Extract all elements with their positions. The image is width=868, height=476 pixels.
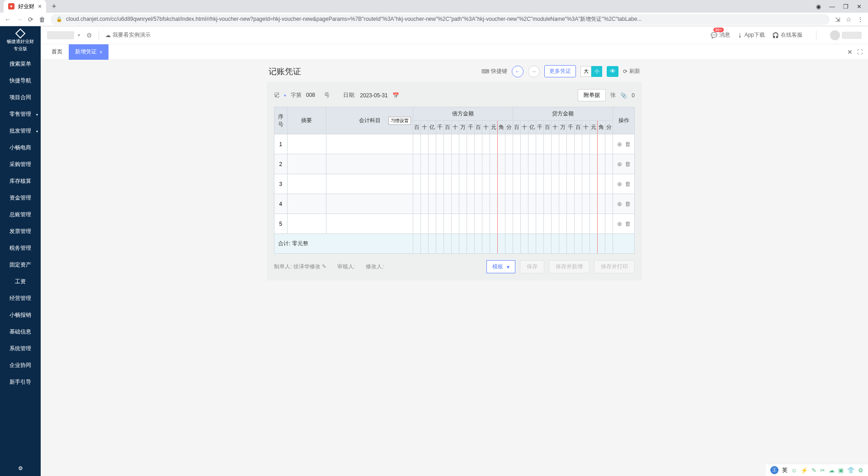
more-vouchers-button[interactable]: 更多凭证	[544, 65, 576, 77]
summary-cell[interactable]	[287, 174, 326, 194]
add-row-icon[interactable]: ⊕	[617, 181, 622, 187]
amount-digit-cell[interactable]	[513, 154, 521, 174]
tab-close-icon[interactable]: ×	[38, 3, 42, 10]
amount-digit-cell[interactable]	[505, 154, 513, 174]
amount-digit-cell[interactable]	[552, 174, 559, 194]
amount-digit-cell[interactable]	[528, 174, 536, 194]
sidebar-item-2[interactable]: 项目合同	[0, 89, 41, 106]
amount-digit-cell[interactable]	[582, 174, 590, 194]
amount-digit-cell[interactable]	[552, 154, 559, 174]
amount-digit-cell[interactable]	[598, 214, 605, 234]
amount-digit-cell[interactable]	[452, 134, 459, 154]
amount-digit-cell[interactable]	[590, 134, 598, 154]
sidebar-item-0[interactable]: 搜索菜单	[0, 56, 41, 72]
ime-person-icon[interactable]: 👕	[847, 467, 854, 474]
amount-digit-cell[interactable]	[475, 134, 482, 154]
shortcut-link[interactable]: ⌨ 快捷键	[481, 67, 507, 75]
amount-digit-cell[interactable]	[567, 134, 575, 154]
amount-digit-cell[interactable]	[482, 214, 490, 234]
amount-digit-cell[interactable]	[475, 174, 482, 194]
amount-digit-cell[interactable]	[421, 174, 429, 194]
user-menu[interactable]	[830, 30, 862, 40]
sidebar-item-13[interactable]: 工资	[0, 273, 41, 290]
amount-digit-cell[interactable]	[475, 154, 482, 174]
menu-icon[interactable]: ⋮	[857, 16, 863, 23]
minimize-icon[interactable]: —	[829, 3, 835, 10]
amount-digit-cell[interactable]	[544, 214, 552, 234]
amount-digit-cell[interactable]	[490, 154, 498, 174]
sidebar-item-17[interactable]: 系统管理	[0, 340, 41, 357]
date-value[interactable]: 2023-05-31	[360, 92, 387, 99]
amount-digit-cell[interactable]	[421, 134, 429, 154]
tab-new-voucher[interactable]: 新增凭证 ×	[69, 44, 108, 60]
size-big-button[interactable]: 大	[580, 66, 591, 77]
amount-digit-cell[interactable]	[521, 194, 528, 214]
ime-lang[interactable]: 英	[782, 466, 788, 474]
template-button[interactable]: 模板 ▾	[486, 260, 515, 273]
amount-digit-cell[interactable]	[429, 134, 436, 154]
amount-digit-cell[interactable]	[436, 194, 444, 214]
amount-digit-cell[interactable]	[467, 194, 475, 214]
sidebar-item-10[interactable]: 发票管理	[0, 223, 41, 240]
amount-digit-cell[interactable]	[552, 194, 559, 214]
amount-digit-cell[interactable]	[475, 194, 482, 214]
amount-digit-cell[interactable]	[452, 174, 459, 194]
paperclip-icon[interactable]: 📎	[620, 92, 627, 99]
prev-voucher-button[interactable]: ←	[512, 66, 524, 77]
sidebar-item-5[interactable]: 小畅电商	[0, 139, 41, 156]
address-field[interactable]: 🔒 cloud.chanjet.com/cc/u6d89qwnryel/57bf…	[51, 14, 830, 25]
amount-digit-cell[interactable]	[444, 134, 452, 154]
amount-digit-cell[interactable]	[436, 214, 444, 234]
amount-digit-cell[interactable]	[590, 214, 598, 234]
amount-digit-cell[interactable]	[536, 154, 544, 174]
amount-digit-cell[interactable]	[544, 174, 552, 194]
amount-digit-cell[interactable]	[536, 194, 544, 214]
save-button[interactable]: 保存	[520, 260, 544, 273]
amount-digit-cell[interactable]	[413, 214, 421, 234]
amount-digit-cell[interactable]	[567, 174, 575, 194]
edit-icon[interactable]: ✎	[322, 263, 326, 270]
amount-digit-cell[interactable]	[429, 194, 436, 214]
sidebar-item-12[interactable]: 固定资产	[0, 257, 41, 273]
org-selector[interactable]: ▾ ⚙	[47, 31, 92, 39]
amount-digit-cell[interactable]	[605, 174, 613, 194]
delete-row-icon[interactable]: 🗑	[625, 161, 631, 167]
install-icon[interactable]: ⇲	[835, 16, 840, 23]
sidebar-item-16[interactable]: 基础信息	[0, 324, 41, 340]
download-link[interactable]: ⭳ App下载	[737, 31, 765, 39]
amount-digit-cell[interactable]	[544, 134, 552, 154]
ime-scissors-icon[interactable]: ✂	[820, 467, 825, 474]
amount-digit-cell[interactable]	[590, 194, 598, 214]
demo-link[interactable]: ☁ 我要看实例演示	[105, 31, 151, 39]
delete-row-icon[interactable]: 🗑	[625, 141, 631, 148]
sidebar-item-3[interactable]: 零售管理▾	[0, 106, 41, 123]
amount-digit-cell[interactable]	[467, 214, 475, 234]
amount-digit-cell[interactable]	[490, 174, 498, 194]
amount-digit-cell[interactable]	[505, 134, 513, 154]
amount-digit-cell[interactable]	[521, 214, 528, 234]
amount-digit-cell[interactable]	[582, 194, 590, 214]
sidebar-item-19[interactable]: 新手引导	[0, 374, 41, 390]
amount-digit-cell[interactable]	[413, 154, 421, 174]
amount-digit-cell[interactable]	[421, 194, 429, 214]
amount-digit-cell[interactable]	[605, 194, 613, 214]
amount-digit-cell[interactable]	[452, 154, 459, 174]
subject-cell[interactable]	[326, 154, 413, 174]
amount-digit-cell[interactable]	[528, 134, 536, 154]
maximize-icon[interactable]: ❐	[843, 3, 849, 10]
amount-digit-cell[interactable]	[490, 194, 498, 214]
amount-digit-cell[interactable]	[559, 134, 567, 154]
tab-home[interactable]: 首页	[45, 44, 69, 60]
subject-cell[interactable]	[326, 134, 413, 154]
amount-digit-cell[interactable]	[436, 154, 444, 174]
sidebar-item-8[interactable]: 资金管理	[0, 190, 41, 206]
close-all-icon[interactable]: ✕	[847, 48, 853, 56]
amount-digit-cell[interactable]	[482, 154, 490, 174]
amount-digit-cell[interactable]	[459, 174, 467, 194]
amount-digit-cell[interactable]	[413, 174, 421, 194]
amount-digit-cell[interactable]	[444, 154, 452, 174]
refresh-button[interactable]: ⟳ 刷新	[623, 67, 640, 75]
amount-digit-cell[interactable]	[498, 174, 505, 194]
amount-digit-cell[interactable]	[567, 214, 575, 234]
habit-settings-button[interactable]: 习惯设置	[388, 117, 411, 125]
